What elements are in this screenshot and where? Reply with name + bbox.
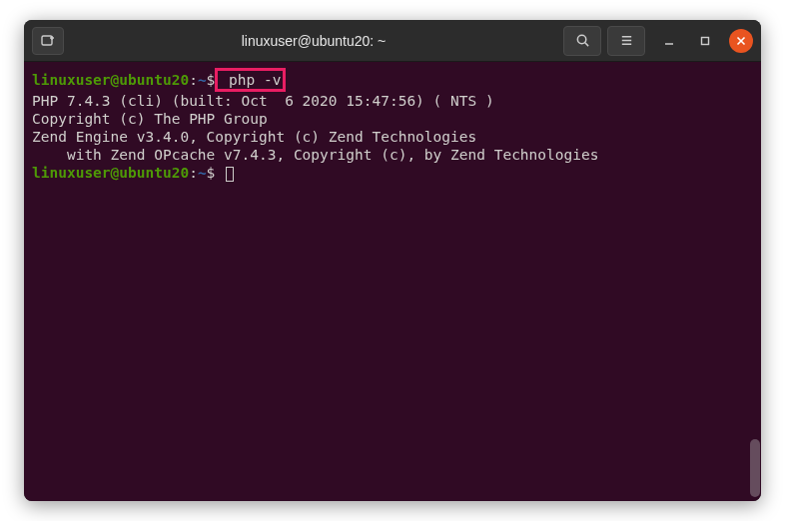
minimize-icon — [663, 35, 675, 47]
titlebar: linuxuser@ubuntu20: ~ — [24, 20, 761, 62]
new-tab-icon — [40, 33, 56, 49]
maximize-button[interactable] — [693, 29, 717, 53]
prompt-user: linuxuser@ubuntu20 — [32, 72, 189, 88]
terminal-window: linuxuser@ubuntu20: ~ — [24, 20, 761, 501]
output-line-1: PHP 7.4.3 (cli) (built: Oct 6 2020 15:47… — [32, 92, 753, 110]
prompt-colon: : — [189, 72, 198, 88]
maximize-icon — [699, 35, 711, 47]
prompt-user: linuxuser@ubuntu20 — [32, 165, 189, 181]
prompt-colon: : — [189, 165, 198, 181]
output-line-3: Zend Engine v3.4.0, Copyright (c) Zend T… — [32, 128, 753, 146]
window-title: linuxuser@ubuntu20: ~ — [64, 33, 563, 49]
menu-button[interactable] — [607, 26, 645, 56]
prompt-line-1: linuxuser@ubuntu20:~$ php -v — [32, 68, 753, 92]
hamburger-icon — [619, 33, 634, 48]
output-line-2: Copyright (c) The PHP Group — [32, 110, 753, 128]
svg-point-3 — [577, 35, 585, 43]
close-button[interactable] — [729, 29, 753, 53]
titlebar-left — [32, 27, 64, 55]
prompt-path: ~ — [198, 72, 207, 88]
scrollbar[interactable] — [750, 439, 760, 497]
svg-rect-9 — [702, 37, 709, 44]
close-icon — [736, 36, 746, 46]
highlighted-command: php -v — [215, 68, 286, 92]
output-line-4: with Zend OPcache v7.4.3, Copyright (c),… — [32, 146, 753, 164]
minimize-button[interactable] — [657, 29, 681, 53]
new-tab-button[interactable] — [32, 27, 64, 55]
search-button[interactable] — [563, 26, 601, 56]
prompt-dollar: $ — [207, 165, 224, 181]
prompt-line-2: linuxuser@ubuntu20:~$ — [32, 164, 753, 182]
terminal-body[interactable]: linuxuser@ubuntu20:~$ php -v PHP 7.4.3 (… — [24, 62, 761, 501]
cursor — [226, 167, 234, 182]
svg-line-4 — [584, 43, 587, 46]
command-text: php -v — [220, 72, 281, 88]
prompt-dollar: $ — [207, 72, 216, 88]
titlebar-right — [563, 26, 753, 56]
search-icon — [575, 33, 590, 48]
prompt-path: ~ — [198, 165, 207, 181]
